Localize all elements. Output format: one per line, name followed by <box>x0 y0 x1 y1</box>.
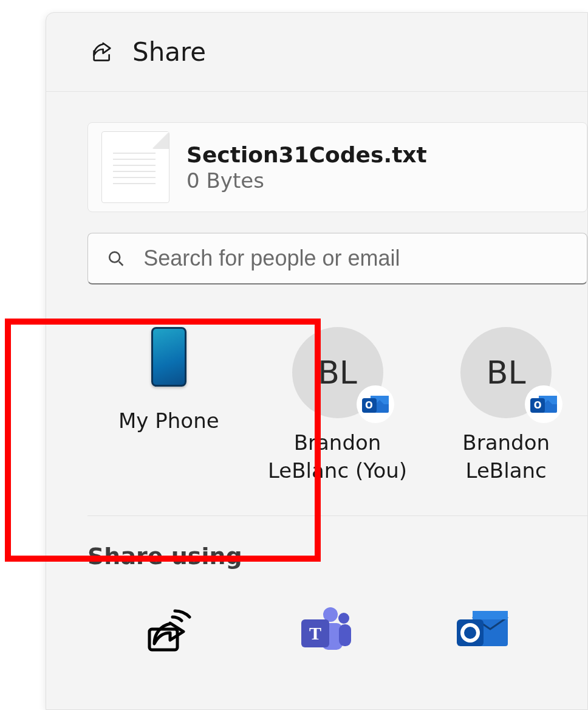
dialog-title: Share <box>132 37 206 67</box>
file-name: Section31Codes.txt <box>186 142 427 167</box>
target-contact[interactable]: BL O Brandon LeBlanc <box>425 327 587 485</box>
file-meta: Section31Codes.txt 0 Bytes <box>186 142 427 193</box>
svg-rect-6 <box>339 624 351 646</box>
text-file-icon <box>101 131 169 203</box>
svg-point-0 <box>109 252 120 263</box>
svg-rect-10 <box>473 611 508 619</box>
app-nearby-sharing[interactable] <box>124 600 209 661</box>
target-label: Brandon LeBlanc (You) <box>256 429 419 485</box>
nearby-sharing-icon <box>136 606 197 655</box>
app-outlook[interactable] <box>440 600 525 661</box>
outlook-badge-icon: O <box>525 385 562 423</box>
share-icon <box>90 40 114 64</box>
search-icon <box>106 248 125 269</box>
search-box[interactable] <box>87 233 587 284</box>
target-label: Brandon LeBlanc <box>425 429 587 485</box>
share-targets: My Phone BL O Brandon LeBlanc (You) BL O <box>87 309 587 516</box>
search-input[interactable] <box>143 246 569 271</box>
target-label: My Phone <box>118 407 219 435</box>
svg-point-4 <box>338 613 349 624</box>
file-card[interactable]: Section31Codes.txt 0 Bytes <box>87 122 587 212</box>
avatar: BL O <box>292 327 383 418</box>
outlook-badge-icon: O <box>357 385 394 423</box>
outlook-icon <box>452 605 513 656</box>
dialog-content: Section31Codes.txt 0 Bytes My Phone BL O <box>46 92 587 661</box>
avatar-initials: BL <box>487 354 526 391</box>
file-size: 0 Bytes <box>186 168 427 193</box>
share-apps: T <box>87 600 587 661</box>
target-contact-you[interactable]: BL O Brandon LeBlanc (You) <box>256 327 419 485</box>
avatar-initials: BL <box>318 354 357 391</box>
svg-line-1 <box>119 261 123 266</box>
share-dialog: Share Section31Codes.txt 0 Bytes My Phon… <box>46 12 588 710</box>
target-my-phone[interactable]: My Phone <box>87 327 250 485</box>
dialog-header: Share <box>46 13 587 92</box>
app-teams[interactable]: T <box>282 600 367 661</box>
teams-icon: T <box>295 605 354 656</box>
phone-icon <box>151 327 186 387</box>
share-using-label: Share using <box>87 543 587 570</box>
svg-text:T: T <box>309 623 321 643</box>
avatar: BL O <box>460 327 552 418</box>
